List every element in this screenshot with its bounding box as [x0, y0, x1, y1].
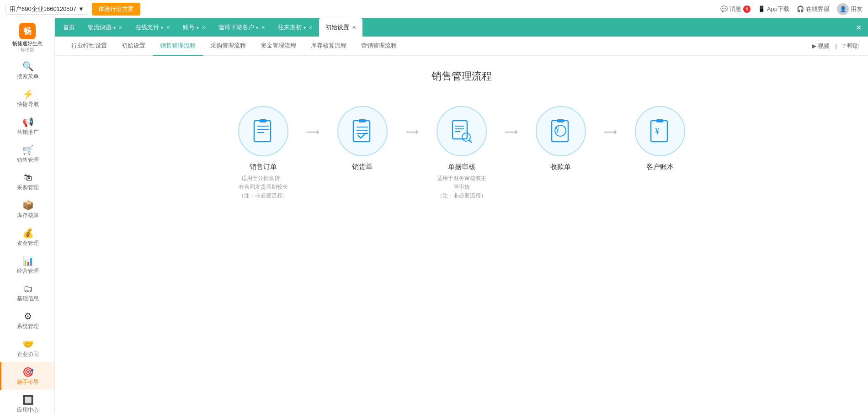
close-icon[interactable]: ✕	[166, 25, 170, 31]
page-tab-finance-flow[interactable]: 资金管理流程	[253, 37, 304, 56]
page-tab-purchase-flow[interactable]: 采购管理流程	[203, 37, 253, 56]
nav-tab-logistics-label: 物流快递	[88, 23, 112, 32]
flow-desc-sales-order: 适用于分批发货、有合同发货周期较长（注：非必要流程）	[239, 174, 288, 201]
chevron-down-icon: ▾	[256, 25, 258, 30]
sidebar-item-quicknav[interactable]: ⚡ 快捷导航	[0, 84, 54, 112]
customer-service-button[interactable]: 🎧 在线客服	[797, 5, 830, 13]
system-icon: ⚙	[24, 311, 32, 322]
chevron-down-icon: ▾	[161, 25, 163, 30]
sidebar-item-operation[interactable]: 📊 经营管理	[0, 251, 54, 279]
avatar: 👤	[837, 3, 849, 15]
nav-tab-period[interactable]: 往来期初 ▾ ✕	[272, 18, 319, 37]
logo-icon: 畅	[19, 23, 36, 39]
user-selector[interactable]: 用户690企业1660120507 ▼	[5, 4, 88, 15]
message-badge: 6	[743, 5, 751, 13]
sidebar-item-purchase[interactable]: 🛍 采购管理	[0, 168, 54, 195]
page-tab-industry-label: 行业特性设置	[71, 42, 107, 50]
sidebar-item-search[interactable]: 🔍 搜索菜单	[0, 56, 54, 84]
sidebar-item-apps[interactable]: 🔲 应用中心	[0, 390, 54, 414]
flow-arrow-3: ⟶	[503, 126, 520, 137]
flow-name-sales-invoice: 销货单	[352, 163, 373, 171]
page-tab-initial[interactable]: 初始设置	[114, 37, 153, 56]
basic-icon: 🗂	[23, 283, 32, 294]
video-label: 视频	[818, 42, 830, 50]
receipt-svg-icon: ¥	[548, 119, 573, 144]
page-tab-purchase-flow-label: 采购管理流程	[210, 42, 246, 50]
app-label: App下载	[767, 5, 789, 13]
top-bar-right: 💬 消息 6 📱 App下载 🎧 在线客服 👤 用友	[720, 3, 863, 15]
sidebar-label-marketing: 营销推广	[17, 128, 39, 136]
sidebar-item-marketing[interactable]: 📢 营销推广	[0, 112, 54, 140]
close-all-tabs-button[interactable]: ✕	[851, 23, 866, 32]
svg-text:¥: ¥	[655, 126, 660, 136]
sidebar-item-basic[interactable]: 🗂 基础信息	[0, 279, 54, 306]
flow-name-review: 单据审核	[448, 163, 475, 171]
nav-tab-setup[interactable]: 初始设置 ✕	[319, 18, 362, 37]
service-icon: 🎧	[797, 5, 804, 12]
page-tab-inventory-flow-label: 库存核算流程	[311, 42, 346, 50]
sidebar-item-inventory[interactable]: 📦 库存核算	[0, 195, 54, 223]
page-tab-industry[interactable]: 行业特性设置	[64, 37, 114, 56]
flow-diagram: 销售订单 适用于分批发货、有合同发货周期较长（注：非必要流程） ⟶	[73, 106, 850, 201]
page-tab-sales-flow[interactable]: 销售管理流程	[153, 37, 203, 56]
trial-button[interactable]: 体验行业方案	[92, 3, 140, 16]
sidebar-item-sales[interactable]: 🛒 销售管理	[0, 140, 54, 168]
help-icon: ?	[842, 42, 846, 49]
sidebar-label-system: 系统管理	[17, 323, 39, 330]
video-button[interactable]: ▶ 视频	[812, 42, 830, 50]
page-title: 销售管理流程	[73, 69, 850, 83]
close-icon[interactable]: ✕	[261, 25, 265, 31]
nav-tab-account-label: 账号	[183, 23, 195, 32]
logo-area: 畅 畅捷通好生意 标准版	[0, 18, 54, 56]
operation-icon: 📊	[22, 255, 34, 266]
close-icon[interactable]: ✕	[309, 25, 313, 31]
sidebar-label-sales: 销售管理	[17, 156, 39, 164]
page-tabs: 行业特性设置 初始设置 销售管理流程 采购管理流程 资金管理流程 库存核算流程 …	[55, 37, 868, 56]
flow-circle-sales-invoice	[337, 106, 388, 156]
flow-item-review: 单据审核 适用于财务审核或主管审核（注：非必要流程）	[421, 106, 503, 201]
sidebar-label-apps: 应用中心	[17, 406, 39, 414]
page-tab-inventory-flow[interactable]: 库存核算流程	[304, 37, 354, 56]
apps-icon: 🔲	[22, 394, 34, 405]
svg-rect-19	[557, 119, 564, 122]
page-content: 销售管理流程 销售订单	[55, 56, 868, 414]
close-icon[interactable]: ✕	[118, 25, 122, 31]
help-label: 帮助	[847, 42, 859, 50]
messages-button[interactable]: 💬 消息 6	[720, 5, 751, 13]
nav-tab-setup-label: 初始设置	[325, 23, 349, 32]
flow-arrow-2: ⟶	[404, 126, 421, 137]
nav-tab-invite[interactable]: 邀请下游客户 ▾ ✕	[212, 18, 272, 37]
nav-tabs-bar: 首页 物流快递 ▾ ✕ 在线支付 ▾ ✕ 账号 ▾ ✕ 邀请下游客户 ▾ ✕	[55, 18, 868, 37]
sidebar-item-finance[interactable]: 💰 资金管理	[0, 223, 54, 251]
page-tab-initial-label: 初始设置	[122, 42, 145, 50]
inventory-icon: 📦	[22, 200, 34, 211]
sidebar-item-system[interactable]: ⚙ 系统管理	[0, 306, 54, 334]
sidebar-label-finance: 资金管理	[17, 239, 39, 247]
nav-tab-account[interactable]: 账号 ▾ ✕	[176, 18, 212, 37]
sidebar-label-search: 搜索菜单	[17, 73, 39, 80]
user-profile-button[interactable]: 👤 用友	[837, 3, 863, 15]
flow-arrow-1: ⟶	[304, 126, 321, 137]
nav-tab-payment[interactable]: 在线支付 ▾ ✕	[129, 18, 176, 37]
help-button[interactable]: ? 帮助	[842, 42, 859, 50]
sidebar: 畅 畅捷通好生意 标准版 🔍 搜索菜单 ⚡ 快捷导航 📢 营销推广 🛒 销售管理…	[0, 18, 55, 414]
top-bar: 用户690企业1660120507 ▼ 体验行业方案 💬 消息 6 📱 App下…	[0, 0, 868, 18]
nav-tab-home-label: 首页	[63, 23, 75, 32]
nav-tab-logistics[interactable]: 物流快递 ▾ ✕	[81, 18, 129, 37]
close-icon[interactable]: ✕	[352, 25, 356, 31]
page-tab-marketing-flow[interactable]: 营销管理流程	[354, 37, 404, 56]
message-icon: 💬	[720, 5, 728, 12]
page-tab-actions: ▶ 视频 | ? 帮助	[812, 42, 859, 50]
sidebar-item-collab[interactable]: 🤝 企业协同	[0, 334, 54, 362]
logo-sub: 标准版	[21, 47, 34, 53]
sidebar-item-newguide[interactable]: 🎯 新手引导	[0, 362, 54, 390]
finance-icon: 💰	[22, 228, 34, 239]
top-bar-left: 用户690企业1660120507 ▼ 体验行业方案	[5, 3, 140, 16]
flow-name-receipt: 收款单	[550, 163, 571, 171]
nav-tab-home[interactable]: 首页	[57, 18, 81, 37]
sales-order-svg-icon	[250, 119, 276, 144]
svg-rect-22	[656, 119, 663, 122]
close-icon[interactable]: ✕	[202, 25, 206, 31]
app-download-button[interactable]: 📱 App下载	[758, 5, 789, 13]
user-name-label: 用友	[851, 5, 863, 13]
